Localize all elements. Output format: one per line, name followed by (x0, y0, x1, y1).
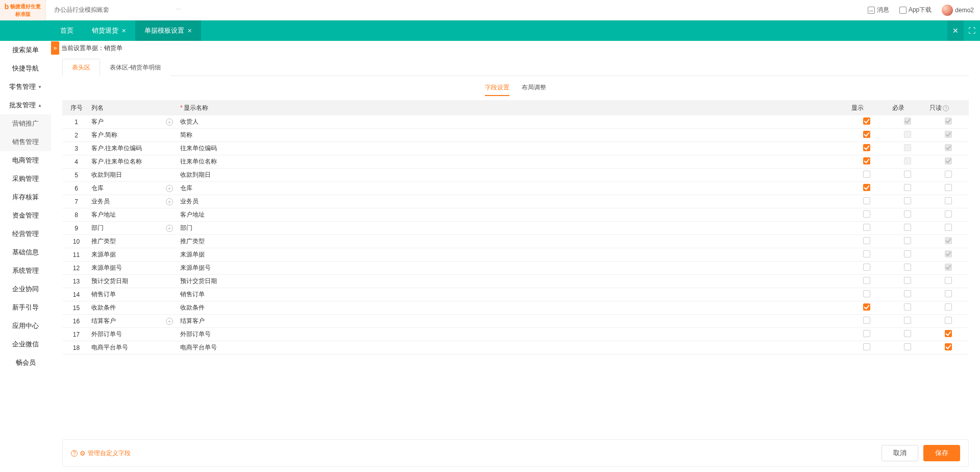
messages-button[interactable]: 消息 (868, 6, 889, 14)
nav-item[interactable]: 电商管理 (0, 151, 51, 170)
cell-display-name[interactable]: 往来单位名称 (177, 157, 846, 166)
checkbox[interactable] (863, 237, 870, 244)
checkbox[interactable] (863, 303, 870, 311)
checkbox[interactable] (945, 184, 952, 191)
nav-item[interactable]: 畅会员 (0, 353, 51, 372)
checkbox[interactable] (945, 330, 952, 337)
workspace-selector[interactable]: 办公品行业模拟账套 ﹀ (54, 6, 182, 14)
checkbox[interactable] (945, 197, 952, 204)
checkbox[interactable] (863, 277, 870, 284)
sub-tab[interactable]: 布局调整 (522, 83, 546, 96)
cell-display-name[interactable]: 往来单位编码 (177, 144, 846, 153)
add-icon[interactable]: + (166, 198, 173, 205)
cancel-button[interactable]: 取消 (881, 445, 918, 461)
checkbox[interactable] (904, 264, 911, 271)
checkbox[interactable] (863, 343, 870, 350)
checkbox[interactable] (863, 224, 870, 231)
nav-item[interactable]: 经营管理 (0, 225, 51, 243)
manage-custom-fields-link[interactable]: ? ⚙ 管理自定义字段 (71, 449, 131, 458)
user-menu[interactable]: demo2 (942, 5, 974, 16)
cell-display-name[interactable]: 来源单据 (177, 250, 846, 259)
checkbox[interactable] (945, 171, 952, 178)
checkbox[interactable] (904, 237, 911, 244)
cell-display-name[interactable]: 客户地址 (177, 210, 846, 219)
checkbox[interactable] (863, 264, 870, 271)
checkbox[interactable] (904, 277, 911, 284)
save-button[interactable]: 保存 (923, 445, 960, 461)
cell-display-name[interactable]: 推广类型 (177, 237, 846, 246)
cell-display-name[interactable]: 收货人 (177, 117, 846, 126)
checkbox[interactable] (863, 184, 870, 191)
cell-display-name[interactable]: 销售订单 (177, 290, 846, 299)
add-icon[interactable]: + (166, 119, 173, 126)
panel-expand-icon[interactable]: » (51, 41, 59, 55)
checkbox[interactable] (863, 197, 870, 204)
cell-display-name[interactable]: 预计交货日期 (177, 277, 846, 286)
close-icon[interactable]: ✕ (121, 28, 126, 34)
cell-display-name[interactable]: 仓库 (177, 184, 846, 193)
checkbox[interactable] (863, 210, 870, 218)
checkbox[interactable] (945, 210, 952, 218)
checkbox[interactable] (945, 303, 952, 311)
checkbox[interactable] (904, 343, 911, 350)
checkbox[interactable] (945, 317, 952, 324)
checkbox[interactable] (863, 250, 870, 257)
app-download-button[interactable]: App下载 (899, 6, 932, 14)
cell-display-name[interactable]: 简称 (177, 131, 846, 139)
checkbox[interactable] (863, 317, 870, 324)
checkbox[interactable] (904, 184, 911, 191)
nav-item[interactable]: 零售管理▼ (0, 78, 51, 96)
nav-item[interactable]: 库存核算 (0, 188, 51, 206)
checkbox[interactable] (863, 144, 870, 151)
nav-item[interactable]: 资金管理 (0, 206, 51, 225)
checkbox[interactable] (863, 117, 870, 125)
cell-display-name[interactable]: 外部订单号 (177, 330, 846, 339)
checkbox[interactable] (863, 157, 870, 164)
nav-item[interactable]: 快捷导航 (0, 59, 51, 78)
close-icon[interactable]: ✕ (187, 28, 192, 34)
cell-display-name[interactable]: 业务员 (177, 197, 846, 206)
nav-item[interactable]: 基础信息 (0, 243, 51, 262)
tab-1[interactable]: 单据模板设置✕ (135, 20, 201, 41)
checkbox[interactable] (904, 250, 911, 257)
sub-tab[interactable]: 字段设置 (485, 83, 509, 96)
nav-sub-item[interactable]: 销售管理 (0, 133, 51, 151)
nav-item[interactable]: 批发管理▲ (0, 96, 51, 114)
add-icon[interactable]: + (166, 225, 173, 232)
cell-display-name[interactable]: 收款条件 (177, 303, 846, 312)
cell-display-name[interactable]: 电商平台单号 (177, 343, 846, 352)
checkbox[interactable] (904, 303, 911, 311)
tab-home[interactable]: 首页 (51, 20, 83, 41)
cell-display-name[interactable]: 来源单据号 (177, 264, 846, 272)
fullscreen-button[interactable]: ⛶ (964, 20, 980, 41)
checkbox[interactable] (863, 290, 870, 297)
section-tab[interactable]: 表头区 (62, 59, 100, 76)
checkbox[interactable] (904, 290, 911, 297)
nav-item[interactable]: 采购管理 (0, 170, 51, 188)
checkbox[interactable] (945, 224, 952, 231)
checkbox[interactable] (904, 171, 911, 178)
cell-display-name[interactable]: 收款到期日 (177, 171, 846, 179)
add-icon[interactable]: + (166, 185, 173, 192)
tab-0[interactable]: 销货退货✕ (83, 20, 135, 41)
checkbox[interactable] (863, 131, 870, 138)
checkbox[interactable] (945, 277, 952, 284)
section-tab[interactable]: 表体区-销货单明细 (100, 59, 170, 76)
nav-item[interactable]: 应用中心 (0, 317, 51, 335)
nav-item[interactable]: 企业微信 (0, 335, 51, 353)
help-icon[interactable]: ? (943, 105, 949, 111)
checkbox[interactable] (863, 171, 870, 178)
nav-item[interactable]: 企业协同 (0, 280, 51, 298)
nav-item[interactable]: 新手引导 (0, 298, 51, 317)
checkbox[interactable] (945, 290, 952, 297)
nav-item[interactable]: 系统管理 (0, 262, 51, 280)
cell-display-name[interactable]: 部门 (177, 224, 846, 232)
checkbox[interactable] (863, 330, 870, 337)
tabs-close-all-button[interactable]: ✕ (947, 20, 964, 41)
cell-display-name[interactable]: 结算客户 (177, 317, 846, 325)
checkbox[interactable] (945, 343, 952, 350)
nav-item[interactable]: 搜索菜单 (0, 41, 51, 59)
checkbox[interactable] (904, 210, 911, 218)
add-icon[interactable]: + (166, 318, 173, 325)
nav-sub-item[interactable]: 营销推广 (0, 114, 51, 133)
